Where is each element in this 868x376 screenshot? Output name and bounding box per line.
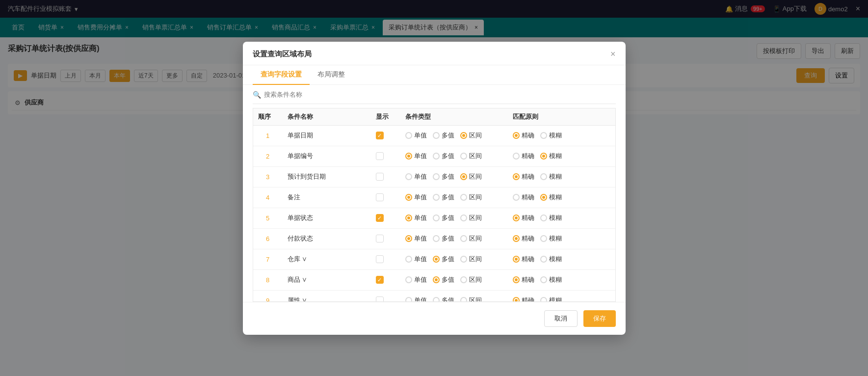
exact-radio[interactable] <box>513 215 520 221</box>
type-range[interactable]: 区间 <box>460 214 482 222</box>
type-multi[interactable]: 多值 <box>433 214 454 222</box>
match-exact[interactable]: 精确 <box>513 234 534 243</box>
range-radio[interactable] <box>460 215 467 221</box>
type-single[interactable]: 单值 <box>405 255 427 264</box>
range-radio[interactable] <box>460 173 467 180</box>
fuzzy-radio[interactable] <box>540 215 547 221</box>
row-display[interactable] <box>371 149 400 163</box>
type-range[interactable]: 区间 <box>460 255 482 264</box>
type-multi[interactable]: 多值 <box>433 255 454 264</box>
type-multi[interactable]: 多值 <box>433 131 454 140</box>
range-radio[interactable] <box>460 132 467 139</box>
single-radio[interactable] <box>405 215 412 221</box>
multi-radio[interactable] <box>433 132 440 139</box>
row-display[interactable] <box>371 129 400 142</box>
match-fuzzy[interactable]: 模糊 <box>540 255 562 264</box>
type-range[interactable]: 区间 <box>460 296 482 302</box>
match-exact[interactable]: 精确 <box>513 131 534 140</box>
exact-radio[interactable] <box>513 153 520 160</box>
multi-radio[interactable] <box>433 297 440 302</box>
exact-radio[interactable] <box>513 276 520 283</box>
multi-radio[interactable] <box>433 235 440 242</box>
match-fuzzy[interactable]: 模糊 <box>540 234 562 243</box>
display-checkbox[interactable] <box>376 276 384 284</box>
single-radio[interactable] <box>405 297 412 302</box>
match-exact[interactable]: 精确 <box>513 172 534 181</box>
match-exact[interactable]: 精确 <box>513 255 534 264</box>
type-range[interactable]: 区间 <box>460 131 482 140</box>
type-single[interactable]: 单值 <box>405 172 427 181</box>
type-multi[interactable]: 多值 <box>433 296 454 302</box>
type-range[interactable]: 区间 <box>460 152 482 161</box>
type-single[interactable]: 单值 <box>405 131 427 140</box>
single-radio[interactable] <box>405 235 412 242</box>
exact-radio[interactable] <box>513 256 520 263</box>
type-multi[interactable]: 多值 <box>433 172 454 181</box>
multi-radio[interactable] <box>433 256 440 263</box>
display-checkbox[interactable] <box>376 296 384 302</box>
fuzzy-radio[interactable] <box>540 153 547 160</box>
fuzzy-radio[interactable] <box>540 194 547 201</box>
type-single[interactable]: 单值 <box>405 275 427 284</box>
single-radio[interactable] <box>405 276 412 283</box>
fuzzy-radio[interactable] <box>540 256 547 263</box>
single-radio[interactable] <box>405 153 412 160</box>
row-display[interactable] <box>371 170 400 184</box>
save-button[interactable]: 保存 <box>583 310 616 327</box>
match-exact[interactable]: 精确 <box>513 152 534 161</box>
range-radio[interactable] <box>460 256 467 263</box>
fuzzy-radio[interactable] <box>540 173 547 180</box>
display-checkbox[interactable] <box>376 235 384 242</box>
row-display[interactable] <box>371 294 400 302</box>
row-display[interactable] <box>371 252 400 266</box>
search-input[interactable] <box>261 91 616 98</box>
display-checkbox[interactable] <box>376 173 384 181</box>
fuzzy-radio[interactable] <box>540 297 547 302</box>
display-checkbox[interactable] <box>376 193 384 201</box>
multi-radio[interactable] <box>433 173 440 180</box>
multi-radio[interactable] <box>433 194 440 201</box>
match-exact[interactable]: 精确 <box>513 275 534 284</box>
single-radio[interactable] <box>405 132 412 139</box>
display-checkbox[interactable] <box>376 214 384 222</box>
single-radio[interactable] <box>405 256 412 263</box>
exact-radio[interactable] <box>513 194 520 201</box>
fuzzy-radio[interactable] <box>540 235 547 242</box>
type-range[interactable]: 区间 <box>460 172 482 181</box>
type-single[interactable]: 单值 <box>405 234 427 243</box>
type-single[interactable]: 单值 <box>405 296 427 302</box>
match-exact[interactable]: 精确 <box>513 296 534 302</box>
type-range[interactable]: 区间 <box>460 193 482 202</box>
multi-radio[interactable] <box>433 153 440 160</box>
fuzzy-radio[interactable] <box>540 276 547 283</box>
match-fuzzy[interactable]: 模糊 <box>540 214 562 222</box>
range-radio[interactable] <box>460 297 467 302</box>
match-exact[interactable]: 精确 <box>513 214 534 222</box>
exact-radio[interactable] <box>513 297 520 302</box>
tab-layout[interactable]: 布局调整 <box>310 65 353 85</box>
single-radio[interactable] <box>405 173 412 180</box>
exact-radio[interactable] <box>513 132 520 139</box>
match-fuzzy[interactable]: 模糊 <box>540 193 562 202</box>
range-radio[interactable] <box>460 153 467 160</box>
range-radio[interactable] <box>460 235 467 242</box>
match-fuzzy[interactable]: 模糊 <box>540 131 562 140</box>
row-display[interactable] <box>371 273 400 287</box>
type-single[interactable]: 单值 <box>405 214 427 222</box>
exact-radio[interactable] <box>513 235 520 242</box>
display-checkbox[interactable] <box>376 132 384 139</box>
modal-close-button[interactable]: × <box>610 50 616 58</box>
type-multi[interactable]: 多值 <box>433 193 454 202</box>
type-range[interactable]: 区间 <box>460 275 482 284</box>
tab-query-field[interactable]: 查询字段设置 <box>253 65 310 85</box>
row-display[interactable] <box>371 232 400 245</box>
match-fuzzy[interactable]: 模糊 <box>540 172 562 181</box>
row-display[interactable] <box>371 211 400 225</box>
cancel-button[interactable]: 取消 <box>544 310 578 327</box>
row-display[interactable] <box>371 190 400 204</box>
multi-radio[interactable] <box>433 276 440 283</box>
display-checkbox[interactable] <box>376 152 384 160</box>
fuzzy-radio[interactable] <box>540 132 547 139</box>
type-range[interactable]: 区间 <box>460 234 482 243</box>
range-radio[interactable] <box>460 194 467 201</box>
